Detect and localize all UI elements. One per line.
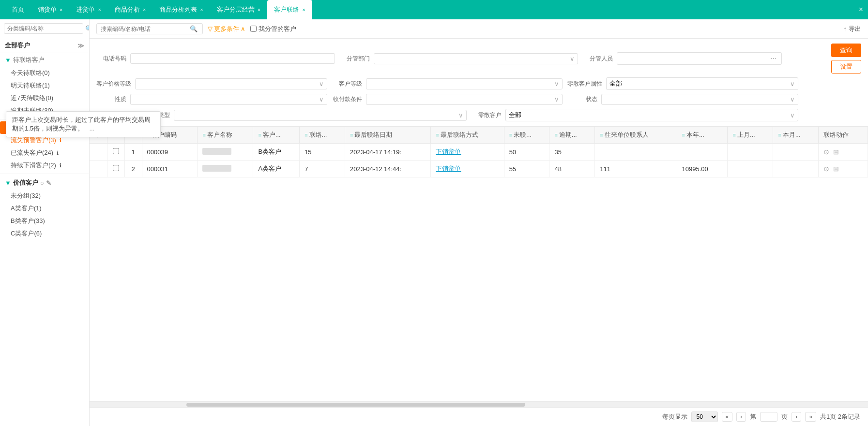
row1-check[interactable] <box>113 148 119 154</box>
manager-dots-icon[interactable]: ··· <box>768 54 778 63</box>
row1-contact: 15 <box>300 144 345 161</box>
my-customers-checkbox[interactable]: 我分管的客户 <box>250 25 296 33</box>
department-select[interactable]: ∨ <box>374 53 579 64</box>
row2-last-method[interactable]: 下销货单 <box>431 161 504 177</box>
last-page-btn[interactable]: » <box>805 412 816 422</box>
col-contact[interactable]: ≡联络... <box>300 127 345 144</box>
col-last-method[interactable]: ≡最后联络方式 <box>431 127 504 144</box>
sidebar-item-tomorrow[interactable]: 明天待联络(1) <box>0 79 89 92</box>
col-overdue[interactable]: ≡逾期... <box>549 127 595 144</box>
row2-name <box>198 161 253 177</box>
close-customer-tier-icon[interactable]: × <box>258 7 260 13</box>
filter-price-grade-field: 客户价格等级 ∨ <box>96 78 327 89</box>
row1-code: 000039 <box>142 144 198 161</box>
row1-type: B类客户 <box>253 144 300 161</box>
sort-overdue-icon: ≡ <box>554 132 557 138</box>
my-customers-check[interactable] <box>250 26 257 32</box>
col-this-month[interactable]: ≡本月... <box>773 127 819 144</box>
row1-action-icon-2[interactable]: ⊞ <box>833 148 839 156</box>
row1-this-year <box>677 144 728 161</box>
col-this-year[interactable]: ≡本年... <box>677 127 728 144</box>
scatter-customer-select[interactable]: 全部 ∨ <box>505 109 798 121</box>
row2-action-icons: ⊙ ⊞ <box>823 165 863 173</box>
nav-item-product-analysis[interactable]: 商品分析 × <box>108 0 152 19</box>
col-uncontacted[interactable]: ≡未联... <box>504 127 549 144</box>
page-input[interactable]: 1 <box>760 412 777 422</box>
col-unit-contacts[interactable]: ≡往来单位联系人 <box>595 127 677 144</box>
close-customer-contact-icon[interactable]: × <box>302 7 305 13</box>
sidebar-all-customers[interactable]: 全部客户 ≫ <box>0 38 89 53</box>
customer-type-select[interactable]: ∨ <box>174 110 467 121</box>
col-last-month[interactable]: ≡上月... <box>728 127 773 144</box>
payment-arrow-icon: ∨ <box>554 96 559 103</box>
nav-item-purchase[interactable]: 进货单 × <box>69 0 107 19</box>
row1-checkbox <box>107 144 124 161</box>
more-conditions-btn[interactable]: ▽ 更多条件 ∧ <box>208 25 245 33</box>
filter-search-icon[interactable]: 🔍 <box>190 25 198 32</box>
table-row: 1 000039 B类客户 15 2023-04-17 14:19: 下销货单 … <box>90 144 868 161</box>
sidebar-item-7days[interactable]: 近7天待联络(0) <box>0 92 89 104</box>
customer-grade-select[interactable]: ∨ <box>366 78 563 89</box>
row1-name-blur <box>202 148 231 155</box>
sidebar-search-icon[interactable]: 🔍 <box>85 25 90 32</box>
close-purchase-icon[interactable]: × <box>98 7 101 13</box>
row2-check[interactable] <box>113 165 119 171</box>
horizontal-scrollbar[interactable] <box>90 401 868 407</box>
close-product-analysis-icon[interactable]: × <box>143 7 146 13</box>
col-last-date[interactable]: ≡最后联络日期 <box>345 127 430 144</box>
col-type[interactable]: ≡客户... <box>253 127 300 144</box>
prev-page-btn[interactable]: ‹ <box>736 412 746 422</box>
first-page-btn[interactable]: « <box>722 412 733 422</box>
export-icon: ↑ <box>844 25 847 32</box>
per-page-select[interactable]: 50 100 200 <box>691 411 718 422</box>
tooltip-dots-icon[interactable]: ... <box>89 125 94 132</box>
value-group-circle-icon[interactable]: ○ <box>40 179 44 187</box>
row1-method-link[interactable]: 下销货单 <box>436 148 461 155</box>
query-button[interactable]: 查询 <box>831 44 861 57</box>
phone-input[interactable] <box>130 53 335 64</box>
nav-item-customer-contact[interactable]: 客户联络 × <box>267 0 312 19</box>
manager-select[interactable]: ··· <box>617 52 782 65</box>
sidebar-item-b-class[interactable]: B类客户(33) <box>0 215 89 227</box>
nav-item-product-list[interactable]: 商品分析列表 × <box>152 0 210 19</box>
row2-last-date: 2023-04-12 14:44: <box>345 161 430 177</box>
nav-item-home[interactable]: 首页 <box>5 0 31 19</box>
price-grade-select[interactable]: ∨ <box>135 78 327 89</box>
sidebar-collapse-icon[interactable]: ≫ <box>77 42 84 49</box>
row2-action-icon-1[interactable]: ⊙ <box>823 165 829 173</box>
row1-last-method[interactable]: 下销货单 <box>431 144 504 161</box>
customer-grade-arrow-icon: ∨ <box>554 80 559 88</box>
nature-select[interactable]: ∨ <box>130 94 327 105</box>
nav-item-customer-tier[interactable]: 客户分层经营 × <box>210 0 267 19</box>
export-button[interactable]: ↑ 导出 <box>844 25 862 33</box>
sidebar-item-declining[interactable]: 持续下滑客户(2) ℹ <box>0 159 89 172</box>
close-sales-icon[interactable]: × <box>60 7 62 13</box>
row2-method-link[interactable]: 下销货单 <box>436 165 461 172</box>
filter-search-input[interactable] <box>101 26 188 32</box>
col-name[interactable]: ≡客户名称 <box>198 127 253 144</box>
row2-unit-contacts: 111 <box>595 161 677 177</box>
close-product-list-icon[interactable]: × <box>200 7 203 13</box>
next-page-btn[interactable]: › <box>792 412 801 422</box>
nav-item-sales[interactable]: 销货单 × <box>31 0 69 19</box>
top-nav: 首页 销货单 × 进货单 × 商品分析 × 商品分析列表 × 客户分层经营 × … <box>0 0 868 19</box>
sidebar-item-a-class[interactable]: A类客户(1) <box>0 202 89 215</box>
sidebar-search-input[interactable] <box>4 23 83 34</box>
sidebar-item-c-class[interactable]: C类客户(6) <box>0 227 89 240</box>
scatter-attr-select[interactable]: 全部 ∨ <box>606 77 798 90</box>
sidebar-pending-group[interactable]: ▼ 待联络客户 <box>0 53 89 67</box>
scrollbar-thumb[interactable] <box>186 403 525 407</box>
status-select[interactable]: ∨ <box>601 94 798 105</box>
settings-button[interactable]: 设置 <box>831 60 861 73</box>
sidebar-item-today[interactable]: 今天待联络(0) <box>0 67 89 79</box>
row2-last-month <box>728 161 773 177</box>
sidebar-item-ungrouped[interactable]: 未分组(32) <box>0 190 89 202</box>
row1-action-icon-1[interactable]: ⊙ <box>823 148 829 156</box>
value-group-edit-icon[interactable]: ✎ <box>46 179 51 187</box>
pending-arrow-icon: ▼ <box>5 57 11 64</box>
filter-bar: 🔍 ▽ 更多条件 ∧ 我分管的客户 ↑ 导出 <box>90 19 868 39</box>
payment-select[interactable]: ∨ <box>366 94 563 105</box>
row2-action-icon-2[interactable]: ⊞ <box>833 165 839 173</box>
close-all-tabs-icon[interactable]: × <box>859 5 863 14</box>
sidebar-item-churned[interactable]: 已流失客户(24) ℹ <box>0 147 89 159</box>
